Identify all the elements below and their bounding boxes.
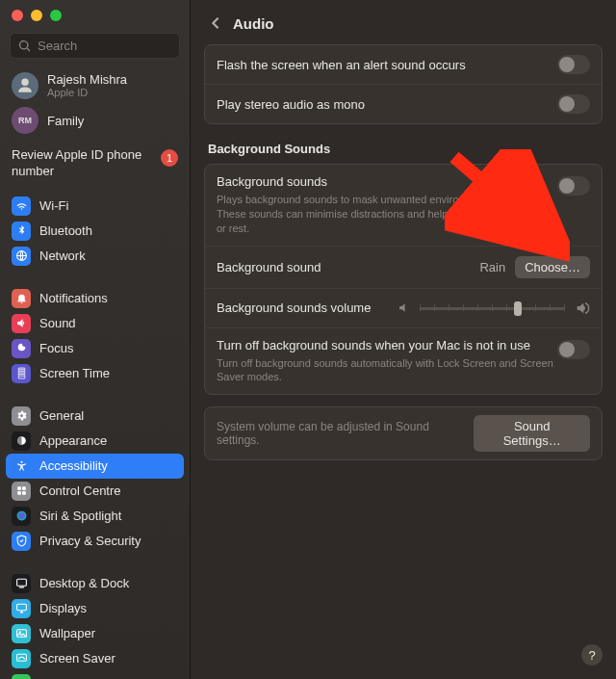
bg-sounds-title: Background sounds	[217, 174, 557, 189]
svg-rect-8	[16, 580, 26, 587]
accessibility-icon	[12, 457, 31, 476]
search-icon	[18, 39, 32, 53]
wifi-icon	[12, 196, 31, 216]
minimize-window-icon[interactable]	[31, 10, 42, 21]
sidebar-item-wallpaper[interactable]: Wallpaper	[6, 621, 184, 646]
flash-screen-label: Flash the screen when an alert sound occ…	[217, 58, 466, 72]
bg-sound-label: Background sound	[217, 260, 321, 274]
user-sub: Apple ID	[47, 87, 127, 98]
sidebar-item-controlcentre[interactable]: Control Centre	[6, 479, 184, 504]
sidebar-item-bluetooth[interactable]: Bluetooth	[6, 219, 184, 244]
sidebar-item-label: Accessibility	[39, 458, 108, 473]
sidebar-item-desktopdock[interactable]: Desktop & Dock	[6, 571, 184, 596]
mono-audio-toggle[interactable]	[557, 94, 590, 114]
svg-rect-4	[22, 487, 26, 491]
appearance-icon	[12, 431, 31, 451]
bg-sound-row: Background sound Rain Choose…	[205, 246, 602, 288]
focus-icon	[12, 339, 31, 358]
bluetooth-icon	[12, 222, 31, 241]
siri-icon	[12, 507, 31, 526]
content-header: Audio	[204, 0, 603, 44]
close-window-icon[interactable]	[12, 10, 23, 21]
svg-point-2	[20, 461, 22, 463]
sidebar-item-label: Desktop & Dock	[39, 576, 129, 590]
desktopdock-icon	[12, 574, 31, 593]
review-badge: 1	[161, 149, 178, 167]
zoom-window-icon[interactable]	[50, 10, 62, 21]
family-row[interactable]: RM Family	[0, 105, 190, 140]
svg-rect-5	[17, 491, 21, 495]
sidebar-item-screensaver[interactable]: Screen Saver	[6, 646, 184, 671]
sidebar-item-displays[interactable]: Displays	[6, 596, 184, 621]
sidebar-scroll[interactable]: Rajesh Mishra Apple ID RM Family Review …	[0, 68, 190, 679]
sidebar-item-privacy[interactable]: Privacy & Security	[6, 529, 184, 554]
sidebar-item-label: Siri & Spotlight	[39, 509, 121, 523]
bg-volume-slider[interactable]	[420, 299, 565, 318]
sound-settings-button[interactable]: Sound Settings…	[474, 415, 590, 452]
sidebar-item-label: Appearance	[39, 433, 107, 448]
bg-volume-row: Background sounds volume	[205, 288, 602, 327]
flash-screen-toggle[interactable]	[557, 55, 590, 74]
page-title: Audio	[233, 15, 274, 32]
sidebar-item-label: Screen Saver	[39, 651, 116, 666]
back-button[interactable]	[206, 13, 225, 33]
turnoff-title: Turn off background sounds when your Mac…	[217, 338, 557, 353]
svg-rect-6	[22, 491, 26, 495]
sidebar-item-wifi[interactable]: Wi-Fi	[6, 194, 184, 219]
flash-screen-row: Flash the screen when an alert sound occ…	[205, 45, 602, 84]
bg-volume-label: Background sounds volume	[217, 300, 380, 315]
review-apple-id-row[interactable]: Review Apple ID phone number 1	[0, 140, 190, 190]
screentime-icon	[12, 364, 31, 383]
sidebar-item-focus[interactable]: Focus	[6, 336, 184, 361]
turnoff-toggle[interactable]	[557, 340, 590, 359]
sound-settings-card: System volume can be adjusted in Sound s…	[204, 406, 603, 460]
alert-audio-card: Flash the screen when an alert sound occ…	[204, 44, 603, 124]
choose-button[interactable]: Choose…	[515, 256, 590, 278]
sidebar-item-network[interactable]: Network	[6, 244, 184, 269]
bg-sounds-toggle[interactable]	[557, 176, 590, 196]
notifications-icon	[12, 289, 31, 308]
search-input[interactable]: Search	[10, 33, 180, 59]
sidebar-item-label: Wallpaper	[39, 626, 95, 640]
wallpaper-icon	[12, 624, 31, 643]
sidebar-item-label: Sound	[39, 316, 76, 330]
chevron-left-icon	[211, 16, 220, 30]
sidebar-item-screentime[interactable]: Screen Time	[6, 361, 184, 386]
turnoff-desc: Turn off background sounds automatically…	[217, 356, 557, 385]
user-name: Rajesh Mishra	[47, 73, 127, 87]
sidebar-item-appearance[interactable]: Appearance	[6, 429, 184, 454]
system-volume-hint: System volume can be adjusted in Sound s…	[217, 420, 474, 447]
search-placeholder: Search	[38, 39, 77, 53]
mono-audio-row: Play stereo audio as mono	[205, 84, 602, 123]
turnoff-when-idle-row: Turn off background sounds when your Mac…	[205, 327, 602, 395]
family-avatar: RM	[12, 107, 38, 134]
controlcentre-icon	[12, 482, 31, 501]
background-sounds-header: Background Sounds	[204, 124, 603, 164]
sidebar-item-battery[interactable]: Battery	[6, 671, 184, 679]
apple-id-text: Rajesh Mishra Apple ID	[47, 73, 127, 98]
sidebar-item-label: Displays	[39, 601, 87, 615]
sidebar-item-sound[interactable]: Sound	[6, 311, 184, 336]
privacy-icon	[12, 532, 31, 551]
system-settings-window: Search Rajesh Mishra Apple ID RM Family …	[0, 0, 616, 679]
sidebar-item-accessibility[interactable]: Accessibility	[6, 454, 184, 479]
battery-icon	[12, 674, 31, 679]
svg-rect-10	[16, 605, 26, 612]
apple-id-row[interactable]: Rajesh Mishra Apple ID	[0, 68, 190, 105]
sidebar-item-label: Focus	[39, 341, 73, 355]
volume-high-icon	[575, 300, 590, 316]
displays-icon	[12, 599, 31, 618]
review-text: Review Apple ID phone number	[12, 147, 146, 180]
window-controls	[0, 0, 190, 33]
sidebar-item-label: Wi-Fi	[39, 198, 68, 213]
bg-sound-value: Rain	[479, 260, 505, 274]
screensaver-icon	[12, 649, 31, 668]
sidebar-item-siri[interactable]: Siri & Spotlight	[6, 504, 184, 529]
sidebar-item-label: Bluetooth	[39, 223, 92, 238]
sidebar-item-label: Notifications	[39, 291, 108, 305]
sidebar-item-notifications[interactable]: Notifications	[6, 286, 184, 311]
background-sounds-card: Background sounds Plays background sound…	[204, 164, 603, 395]
sidebar-item-general[interactable]: General	[6, 404, 184, 429]
content-pane: Audio Flash the screen when an alert sou…	[191, 0, 616, 679]
help-button[interactable]: ?	[581, 644, 603, 666]
